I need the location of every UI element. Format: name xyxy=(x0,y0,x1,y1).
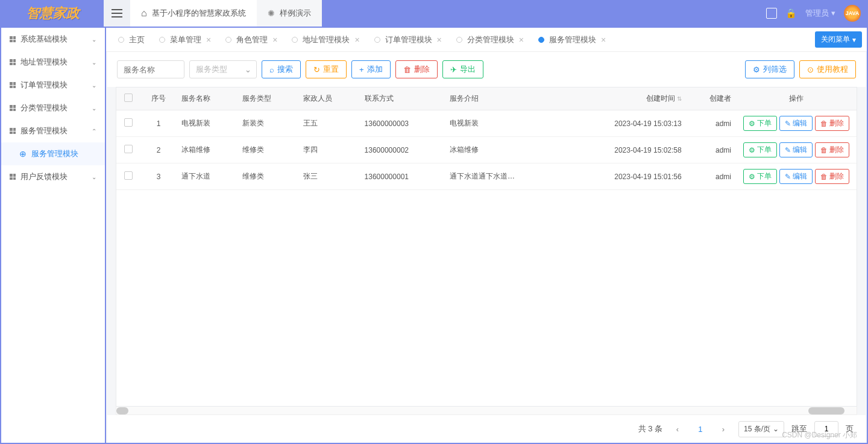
tab-bar: 主页 菜单管理× 角色管理× 地址管理模块× 订单管理模块× 分类管理模块× 服… xyxy=(106,28,867,52)
table-row: 1 电视新装 新装类 王五 13600000003 电视新装 2023-04-1… xyxy=(116,110,857,137)
cell-creator: admi xyxy=(687,137,736,163)
chevron-up-icon: ⌃ xyxy=(92,128,96,135)
edit-button[interactable]: ✎编辑 xyxy=(779,116,813,131)
chevron-down-icon: ⌄ xyxy=(92,174,96,180)
toolbar: 服务类型 ⌕搜索 ↻重置 +添加 🗑删除 ✈导出 ⚙列筛选 ⊙使用教程 xyxy=(107,52,866,87)
col-staff: 家政人员 xyxy=(298,87,359,110)
trash-icon: 🗑 xyxy=(820,146,828,154)
page-number[interactable]: 1 xyxy=(693,421,708,437)
tab-address[interactable]: 地址管理模块× xyxy=(285,31,366,49)
top-tab-system[interactable]: 基于小程序的智慧家政系统 xyxy=(130,0,257,27)
cell-phone: 13600000001 xyxy=(360,163,445,190)
order-button[interactable]: ⚙下单 xyxy=(743,169,777,184)
search-input[interactable] xyxy=(117,60,184,78)
top-tab-label: 基于小程序的智慧家政系统 xyxy=(152,8,246,19)
close-icon[interactable]: × xyxy=(206,35,211,45)
cell-creator: admi xyxy=(687,163,736,190)
header-right: 管理员 ▾ JAVA xyxy=(766,5,861,22)
select-all-checkbox[interactable] xyxy=(124,94,133,102)
cell-name: 冰箱维修 xyxy=(177,137,237,163)
add-button[interactable]: +添加 xyxy=(351,60,391,78)
row-delete-button[interactable]: 🗑删除 xyxy=(815,169,849,184)
table-row: 2 冰箱维修 维修类 李四 13600000002 冰箱维修 2023-04-1… xyxy=(116,137,857,163)
cell-time: 2023-04-19 15:02:58 xyxy=(565,137,687,163)
watermark: CSDN @Designer 小郑 xyxy=(782,430,857,440)
cell-staff: 李四 xyxy=(298,137,359,163)
top-tab-demo[interactable]: 样例演示 xyxy=(257,0,322,27)
col-time[interactable]: 创建时间 xyxy=(565,87,687,110)
chevron-down-icon: ⌄ xyxy=(92,105,96,112)
cell-intro: 冰箱维修 xyxy=(445,137,565,163)
close-icon[interactable]: × xyxy=(601,35,606,45)
edit-button[interactable]: ✎编辑 xyxy=(779,169,813,184)
cell-intro: 电视新装 xyxy=(445,110,565,137)
cell-name: 通下水道 xyxy=(177,163,237,190)
help-icon: ⊙ xyxy=(807,65,814,74)
sidebar-item-system[interactable]: 系统基础模块 ⌄ xyxy=(1,28,105,51)
sidebar-item-label: 地址管理模块 xyxy=(20,57,68,68)
tab-role[interactable]: 角色管理× xyxy=(218,31,285,49)
close-icon[interactable]: × xyxy=(437,35,442,45)
fullscreen-icon[interactable] xyxy=(766,8,777,19)
row-checkbox[interactable] xyxy=(124,145,133,153)
tab-order[interactable]: 订单管理模块× xyxy=(367,31,449,49)
gear-icon: ⚙ xyxy=(749,146,755,154)
row-delete-button[interactable]: 🗑删除 xyxy=(815,116,849,131)
row-checkbox[interactable] xyxy=(124,118,133,127)
col-creator: 创建者 xyxy=(687,87,736,110)
sidebar-item-label: 分类管理模块 xyxy=(20,103,68,113)
cell-type: 维修类 xyxy=(237,163,298,190)
close-icon[interactable]: × xyxy=(354,35,359,45)
sidebar-item-label: 用户反馈模块 xyxy=(20,171,68,182)
row-delete-button[interactable]: 🗑删除 xyxy=(815,142,849,157)
order-button[interactable]: ⚙下单 xyxy=(743,142,777,157)
column-filter-button[interactable]: ⚙列筛选 xyxy=(745,60,794,78)
total-count: 共 3 条 xyxy=(638,423,662,434)
chevron-down-icon: ⌄ xyxy=(92,36,96,43)
reset-button[interactable]: ↻重置 xyxy=(306,60,347,78)
sidebar-item-category[interactable]: 分类管理模块 ⌄ xyxy=(1,97,105,119)
edit-button[interactable]: ✎编辑 xyxy=(779,142,813,157)
prev-page-button[interactable]: ‹ xyxy=(670,421,685,437)
top-tabs: 基于小程序的智慧家政系统 样例演示 xyxy=(130,0,322,27)
type-select[interactable]: 服务类型 xyxy=(189,60,257,78)
tab-category[interactable]: 分类管理模块× xyxy=(449,31,531,49)
order-button[interactable]: ⚙下单 xyxy=(743,116,777,131)
col-phone: 联系方式 xyxy=(360,87,445,110)
close-icon[interactable]: × xyxy=(272,35,277,45)
admin-dropdown[interactable]: 管理员 ▾ xyxy=(805,8,835,19)
horizontal-scrollbar[interactable] xyxy=(116,407,857,415)
search-button[interactable]: ⌕搜索 xyxy=(262,60,301,78)
col-name: 服务名称 xyxy=(177,87,237,110)
col-type: 服务类型 xyxy=(237,87,298,110)
cell-intro: 通下水道通下水道通下... xyxy=(445,163,565,190)
menu-toggle-button[interactable] xyxy=(104,0,130,27)
lock-icon[interactable] xyxy=(785,8,797,19)
pagination: 共 3 条 ‹ 1 › 15 条/页 ⌄ 跳至 页 xyxy=(107,415,866,443)
sidebar-item-feedback[interactable]: 用户反馈模块 ⌄ xyxy=(1,165,105,188)
tutorial-button[interactable]: ⊙使用教程 xyxy=(799,60,856,78)
hamburger-icon xyxy=(112,9,122,17)
edit-icon: ✎ xyxy=(785,119,791,128)
sun-icon xyxy=(268,8,275,18)
tab-menu[interactable]: 菜单管理× xyxy=(152,31,218,49)
sidebar-item-service[interactable]: 服务管理模块 xyxy=(1,142,105,165)
tab-home[interactable]: 主页 xyxy=(111,31,152,49)
next-page-button[interactable]: › xyxy=(715,421,731,437)
sidebar-item-order[interactable]: 订单管理模块 ⌄ xyxy=(1,74,105,97)
export-button[interactable]: ✈导出 xyxy=(442,60,483,78)
grid-icon xyxy=(10,105,16,111)
sidebar-item-service-parent[interactable]: 服务管理模块 ⌃ xyxy=(1,119,105,142)
cell-phone: 13600000002 xyxy=(360,137,445,163)
close-menu-button[interactable]: 关闭菜单 ▾ xyxy=(815,31,862,48)
page-size-select[interactable]: 15 条/页 ⌄ xyxy=(738,421,784,437)
cell-time: 2023-04-19 15:01:56 xyxy=(565,163,687,190)
delete-button[interactable]: 🗑删除 xyxy=(395,60,438,78)
close-icon[interactable]: × xyxy=(519,35,524,45)
avatar[interactable]: JAVA xyxy=(844,5,861,22)
gear-icon: ⚙ xyxy=(749,173,755,181)
tab-service[interactable]: 服务管理模块× xyxy=(531,31,613,49)
grid-icon xyxy=(10,128,16,134)
row-checkbox[interactable] xyxy=(124,171,133,180)
sidebar-item-address[interactable]: 地址管理模块 ⌄ xyxy=(1,51,105,74)
